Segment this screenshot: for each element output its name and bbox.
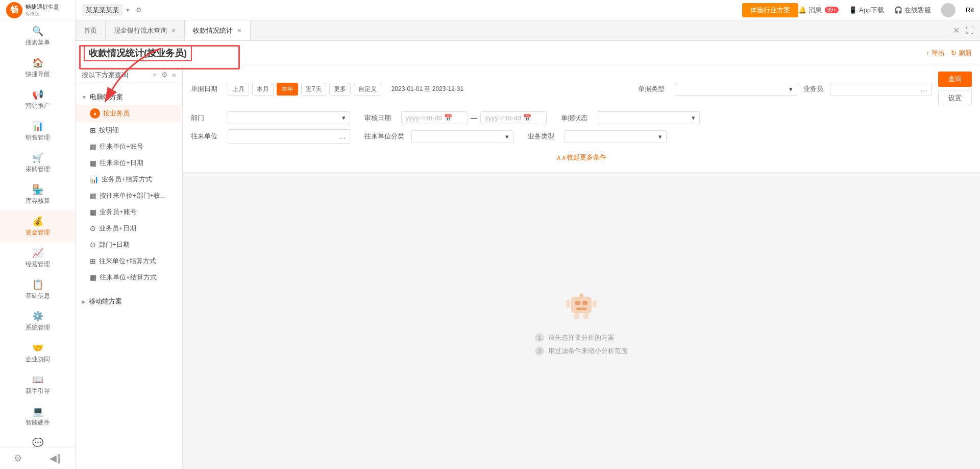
filter-row-2: 部门 ▾ 审核日期 yyyy-mm-dd 📅 — yyyy-mm-dd [191, 111, 972, 124]
counterpart-category-select[interactable]: ▾ [411, 130, 513, 143]
sidebar-item-sales[interactable]: 📊 销售管理 [0, 115, 75, 147]
empty-step-2: 2 用过滤条件来缩小分析范围 [535, 344, 628, 358]
notification-label: 消息 [808, 6, 822, 15]
online-service-label: 在线客服 [904, 6, 931, 15]
collapse-filter-btn[interactable]: ∧∧ 收起更多条件 [191, 149, 972, 166]
online-service-item[interactable]: 🎧 在线客服 [894, 6, 931, 15]
app-download-item[interactable]: 📱 App下载 [849, 6, 884, 15]
review-date-end[interactable]: yyyy-mm-dd 📅 [480, 111, 547, 124]
query-btn[interactable]: 查询 [938, 72, 972, 87]
counterpart-more-icon[interactable]: ... [339, 132, 346, 141]
unit-date-icon: ▦ [90, 159, 96, 167]
settings-bottom-icon[interactable]: ⚙ [14, 453, 22, 464]
company-dropdown-icon[interactable]: ▾ [126, 6, 130, 14]
scheme-item-by-salesperson[interactable]: ● 按业务员 [76, 105, 182, 122]
sales-icon: 📊 [32, 121, 43, 132]
scheme-item-sp-account[interactable]: ▦ 业务员+账号 [76, 204, 182, 220]
doc-status-select[interactable]: ▾ [598, 111, 700, 124]
filter-area: 单据日期 上月 本月 本年 近7天 更多 自定义 2023-01-01 至 20… [183, 65, 980, 173]
doc-type-select[interactable]: ▾ [675, 83, 797, 96]
export-icon: ↑ [926, 49, 930, 57]
tab-collection-stats-close[interactable]: ✕ [237, 27, 242, 34]
dept-select[interactable]: ▾ [228, 111, 350, 124]
scheme-item-unit-date[interactable]: ▦ 往来单位+日期 [76, 155, 182, 171]
tab-bank-flow-close[interactable]: ✕ [171, 27, 176, 34]
scheme-settings-icon[interactable]: ⚙ [161, 71, 168, 80]
sidebar-item-finance[interactable]: 💰 资金管理 [0, 210, 75, 242]
sidebar-item-marketing[interactable]: 📢 营销推广 [0, 84, 75, 115]
tab-bank-flow[interactable]: 现金银行流水查询 ✕ [106, 20, 185, 40]
scheme-item-salesperson-settlement[interactable]: 📊 业务员+结算方式 [76, 171, 182, 187]
review-date-start[interactable]: yyyy-mm-dd 📅 [401, 111, 468, 124]
date-btn-more[interactable]: 更多 [329, 83, 351, 96]
sidebar-item-inventory-label: 库存核算 [26, 197, 50, 205]
scheme-item-unit-dept[interactable]: ▦ 按往来单位+部门+收... [76, 187, 182, 204]
company-name[interactable]: 某某某某某 [82, 4, 123, 16]
notification-item[interactable]: 🔔 消息 99+ [798, 6, 839, 15]
tab-close-all-icon[interactable]: ✕ [953, 26, 960, 35]
svg-rect-8 [574, 313, 579, 319]
purchase-icon: 🛒 [32, 152, 43, 163]
date-btn-custom[interactable]: 自定义 [354, 83, 381, 96]
unit-dept-icon: ▦ [90, 192, 96, 200]
counterpart-input[interactable]: ... [228, 129, 350, 144]
left-panel-header: 按以下方案查询 + ⚙ « [76, 65, 182, 85]
sidebar-item-inventory[interactable]: 🏪 库存核算 [0, 179, 75, 210]
scheme-item-dept-date[interactable]: ⊙ 部门+日期 [76, 237, 182, 253]
active-dot-icon: ● [90, 108, 100, 119]
scheme-section-desktop-title[interactable]: ▼ 电脑端方案 [76, 89, 182, 105]
date-btn-7days[interactable]: 近7天 [301, 83, 326, 96]
collapse-sidebar-icon[interactable]: ◀‖ [50, 453, 61, 464]
sidebar-item-search[interactable]: 🔍 搜索菜单 [0, 20, 75, 52]
collapse-panel-icon[interactable]: « [172, 71, 176, 80]
refresh-btn[interactable]: ↻ 刷新 [951, 49, 972, 58]
tab-collection-stats[interactable]: 收款情况统计 ✕ [185, 20, 251, 40]
hardware-icon: 💻 [32, 406, 43, 417]
breadcrumb-area: 某某某某某 ▾ ⚙ [82, 4, 734, 16]
search-icon: 🔍 [32, 26, 43, 37]
sidebar-item-basicinfo[interactable]: 📋 基础信息 [0, 274, 75, 306]
sidebar-item-sysadmin[interactable]: ⚙️ 系统管理 [0, 306, 75, 337]
scheme-section-mobile-title[interactable]: ▶ 移动端方案 [76, 294, 182, 309]
date-btn-last-month[interactable]: 上月 [228, 83, 249, 96]
sidebar-item-guide[interactable]: 📖 新手引导 [0, 369, 75, 401]
trial-btn[interactable]: 体验行业方案 [742, 3, 798, 17]
scheme-item-sp-date[interactable]: ⊙ 业务员+日期 [76, 220, 182, 237]
header-settings-icon[interactable]: ⚙ [136, 6, 142, 14]
content-area: 按以下方案查询 + ⚙ « ▼ 电脑端方案 ● 按业务员 ⊞ [76, 65, 980, 469]
user-avatar[interactable] [941, 3, 955, 17]
sidebar-item-hardware-label: 智能硬件 [26, 418, 50, 427]
page-title: 收款情况统计(按业务员) [84, 45, 192, 61]
scheme-item-unit-settle1[interactable]: ⊞ 往来单位+结算方式 [76, 253, 182, 269]
empty-robot-icon [561, 284, 602, 325]
svg-rect-2 [582, 301, 587, 305]
date-btn-this-month[interactable]: 本月 [252, 83, 274, 96]
sidebar-item-quicknav[interactable]: 🏠 快捷导航 [0, 52, 75, 84]
business-type-select[interactable]: ▾ [565, 130, 667, 143]
inventory-icon: 🏪 [32, 184, 43, 195]
sidebar-item-hardware[interactable]: 💻 智能硬件 [0, 401, 75, 432]
sidebar-item-purchase[interactable]: 🛒 采购管理 [0, 147, 75, 179]
export-btn[interactable]: ↑ 导出 [926, 49, 945, 58]
tab-home[interactable]: 首页 [76, 20, 106, 40]
add-scheme-icon[interactable]: + [153, 71, 157, 80]
salesperson-more-icon[interactable]: ... [921, 84, 927, 93]
sidebar-item-purchase-label: 采购管理 [26, 165, 50, 174]
sidebar-bottom: ⚙ ◀‖ [0, 447, 75, 469]
scheme-item-detail[interactable]: ⊞ 按明细 [76, 122, 182, 138]
unit-account-icon: ▦ [90, 143, 96, 151]
operations-icon: 📈 [32, 247, 43, 259]
sidebar-item-wechat[interactable]: 💬 企业微信 [0, 432, 75, 447]
tab-maximize-icon[interactable]: ⛶ [966, 26, 974, 35]
page-header: 收款情况统计(按业务员) ↑ 导出 ↻ 刷新 [76, 41, 980, 65]
svg-rect-7 [593, 300, 597, 308]
finance-icon: 💰 [32, 216, 43, 227]
scheme-item-unit-account[interactable]: ▦ 往来单位+账号 [76, 138, 182, 155]
date-btn-this-year[interactable]: 本年 [277, 83, 298, 96]
salesperson-select[interactable]: ... [830, 82, 932, 96]
scheme-item-unit-settle2[interactable]: ▦ 往来单位+结算方式 [76, 269, 182, 286]
sidebar-item-collab[interactable]: 🤝 企业协同 [0, 337, 75, 369]
date-label: 单据日期 [191, 84, 222, 93]
sidebar-item-operations[interactable]: 📈 经营管理 [0, 242, 75, 274]
settings-btn[interactable]: 设置 [938, 90, 972, 106]
